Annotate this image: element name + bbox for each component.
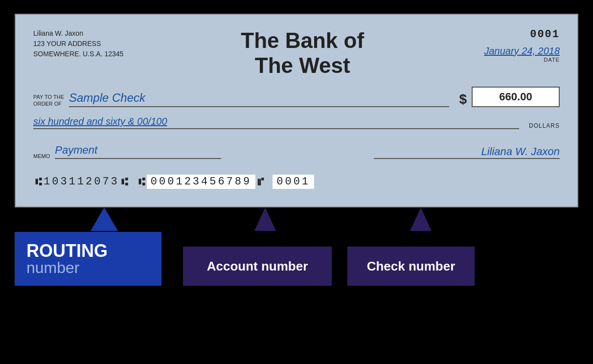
amount-box: 660.00	[472, 87, 560, 107]
payee-name: Sample Check	[69, 91, 145, 104]
routing-label-box: ROUTING number	[15, 232, 161, 286]
amount-words: six hundred and sixty & 00/100	[33, 116, 519, 129]
address-line1: 123 YOUR ADDRESS	[33, 39, 123, 49]
date-label: DATE	[484, 57, 560, 63]
memo-line: Payment	[55, 144, 221, 159]
micr-check-number: 0001	[276, 176, 310, 188]
bank-name: The Bank of The West	[133, 28, 472, 78]
date-value: January 24, 2018	[484, 46, 560, 57]
pay-to-row: PAY TO THEORDER OF Sample Check $ 660.00	[33, 87, 560, 107]
routing-arrow	[91, 207, 118, 231]
micr-routing-sym-right: ⑆	[121, 176, 128, 188]
signature-line: Liliana W. Jaxon	[374, 145, 560, 159]
micr-account-sym-left: ⑆	[138, 176, 145, 188]
memo-signature-row: MEMO Payment Liliana W. Jaxon	[33, 144, 560, 159]
amount-words-row: six hundred and sixty & 00/100 DOLLARS	[33, 116, 560, 129]
check-label-box: Check number	[347, 247, 475, 286]
pay-to-label: PAY TO THEORDER OF	[33, 93, 64, 108]
micr-row: ⑆ 103112073 ⑆ ⑆ 000123456789 ⑈ 0001	[33, 175, 560, 189]
check-number-display: 0001	[530, 28, 560, 41]
check-address: Liliana W. Jaxon 123 YOUR ADDRESS SOMEWH…	[33, 28, 123, 59]
micr-routing-sym-left: ⑆	[35, 176, 42, 188]
account-label-box: Account number	[183, 247, 332, 286]
payee-line: Sample Check	[69, 91, 449, 107]
micr-account-sym-right: ⑈	[257, 176, 264, 188]
routing-label-title: ROUTING	[26, 242, 108, 260]
routing-label-sub: number	[26, 260, 80, 275]
micr-check-box: 0001	[273, 175, 314, 189]
memo-label: MEMO	[33, 153, 50, 159]
check-top-right: 0001 January 24, 2018 DATE	[481, 28, 560, 63]
dollars-label: DOLLARS	[529, 122, 560, 129]
date-area: January 24, 2018 DATE	[484, 46, 560, 63]
micr-account-number: 000123456789	[151, 176, 251, 188]
bottom-labels: ROUTING number Account number Check numb…	[15, 207, 578, 286]
micr-account-box: 000123456789	[147, 175, 255, 189]
account-arrow	[254, 207, 276, 231]
address-name: Liliana W. Jaxon	[33, 28, 123, 39]
check-number-arrow	[410, 207, 432, 231]
check-container: Liliana W. Jaxon 123 YOUR ADDRESS SOMEWH…	[15, 14, 578, 207]
check-label-text: Check number	[367, 259, 456, 274]
account-label-text: Account number	[207, 259, 308, 274]
signature-container: Liliana W. Jaxon	[221, 145, 560, 159]
memo-container: MEMO Payment	[33, 144, 221, 159]
amount-value: 660.00	[499, 91, 532, 103]
memo-value: Payment	[55, 144, 97, 156]
signature-value: Liliana W. Jaxon	[481, 145, 560, 158]
micr-routing-number: 103112073	[44, 176, 119, 188]
address-line2: SOMEWHERE. U.S.A. 12345	[33, 49, 123, 59]
dollar-sign: $	[459, 91, 467, 107]
check-top-row: Liliana W. Jaxon 123 YOUR ADDRESS SOMEWH…	[33, 28, 560, 78]
